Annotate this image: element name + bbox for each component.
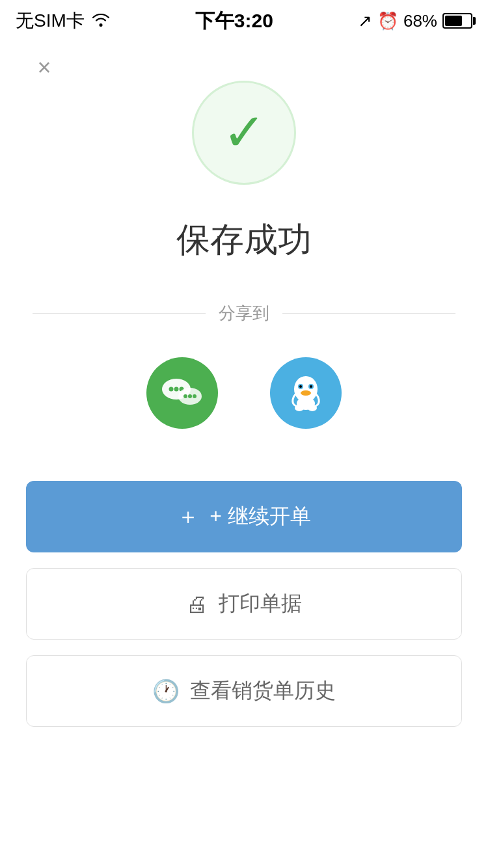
share-icons — [146, 357, 342, 429]
share-section: 分享到 — [0, 302, 488, 429]
close-icon: × — [37, 56, 51, 79]
svg-point-2 — [174, 387, 179, 392]
checkmark-icon: ✓ — [223, 107, 266, 159]
svg-point-13 — [301, 390, 311, 396]
svg-point-5 — [183, 394, 187, 398]
print-icon: 🖨 — [186, 591, 208, 617]
success-title: 保存成功 — [176, 217, 312, 263]
wifi-icon — [91, 10, 111, 31]
svg-point-7 — [193, 394, 197, 398]
time-display: 下午3:20 — [195, 8, 273, 34]
qq-icon — [286, 372, 325, 414]
success-circle: ✓ — [192, 81, 296, 185]
share-divider: 分享到 — [0, 302, 488, 325]
close-button[interactable]: × — [29, 52, 60, 83]
history-button[interactable]: 🕐 查看销货单历史 — [26, 655, 462, 727]
svg-point-1 — [169, 387, 174, 392]
share-label: 分享到 — [206, 302, 282, 325]
clock-icon: 🕐 — [152, 678, 180, 704]
share-line-right — [282, 313, 455, 314]
main-content: ✓ 保存成功 分享到 — [0, 42, 488, 727]
wechat-share-button[interactable] — [146, 357, 218, 429]
continue-label: + 继续开单 — [210, 502, 311, 531]
battery-icon — [442, 13, 472, 29]
print-button[interactable]: 🖨 打印单据 — [26, 568, 462, 640]
continue-button[interactable]: ＋ + 继续开单 — [26, 481, 462, 552]
location-icon: ↗ — [358, 11, 372, 31]
svg-point-11 — [299, 385, 302, 388]
actions: ＋ + 继续开单 🖨 打印单据 🕐 查看销货单历史 — [0, 481, 488, 727]
svg-point-16 — [308, 405, 317, 411]
carrier-text: 无SIM卡 — [16, 8, 85, 33]
status-bar: 无SIM卡 下午3:20 ↗ ⏰ 68% — [0, 0, 488, 42]
history-label: 查看销货单历史 — [190, 677, 336, 705]
status-left: 无SIM卡 — [16, 8, 111, 33]
qq-share-button[interactable] — [270, 357, 342, 429]
svg-point-6 — [188, 394, 192, 398]
alarm-icon: ⏰ — [377, 11, 398, 31]
svg-point-15 — [295, 405, 304, 411]
status-right: ↗ ⏰ 68% — [358, 11, 472, 31]
wechat-icon — [159, 373, 205, 413]
plus-icon: ＋ — [177, 502, 199, 532]
battery-percent: 68% — [403, 11, 437, 31]
share-line-left — [33, 313, 206, 314]
print-label: 打印单据 — [219, 590, 302, 618]
svg-point-12 — [310, 385, 312, 388]
